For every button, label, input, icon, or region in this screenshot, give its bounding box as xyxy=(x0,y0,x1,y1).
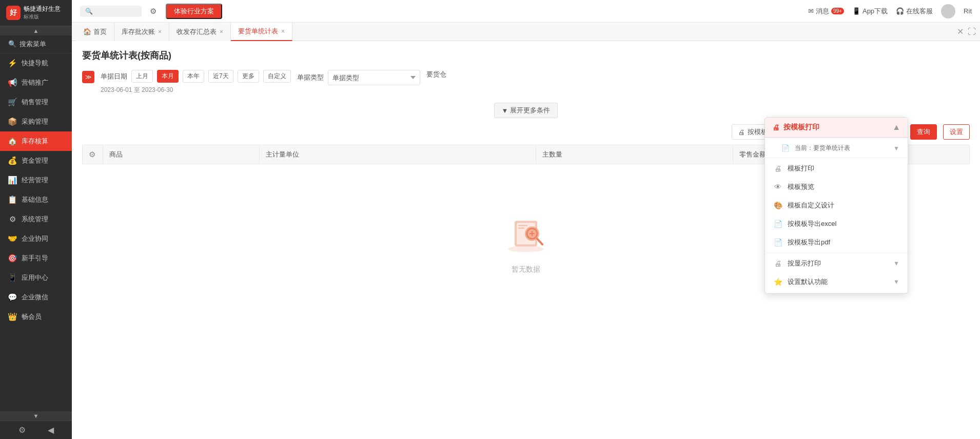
query-btn[interactable]: 查询 xyxy=(910,124,937,140)
sidebar-item-label: 资金管理 xyxy=(22,156,65,165)
display-print-label: 按显示打印 xyxy=(788,259,888,268)
sidebar-item-marketing[interactable]: 📢 营销推广 xyxy=(0,73,72,92)
sidebar-item-label: 销售管理 xyxy=(22,98,65,107)
print-menu-template-print[interactable]: 🖨 模板打印 xyxy=(765,159,908,178)
date-btn-more[interactable]: 更多 xyxy=(238,70,259,83)
current-template-item: 📄 当前：要货单统计表 ▼ xyxy=(765,140,908,157)
scroll-down-btn[interactable]: ▼ xyxy=(0,411,72,421)
filter-toggle-btn[interactable]: ≫ xyxy=(82,71,94,83)
sidebar-item-sales[interactable]: 🛒 销售管理 xyxy=(0,92,72,112)
sidebar-item-app-center[interactable]: 📱 应用中心 xyxy=(0,268,72,288)
print-menu-template-custom[interactable]: 🎨 模板自定义设计 xyxy=(765,196,908,215)
sidebar: 好 畅捷通好生意 标准版 ▲ 🔍 搜索菜单 ⚡ 快捷导航 📢 营销推广 🛒 销售… xyxy=(0,0,72,439)
expand-more-btn[interactable]: ▼ 展开更多条件 xyxy=(494,103,558,118)
template-preview-label: 模板预览 xyxy=(788,182,899,192)
collapse-icon[interactable]: ◀ xyxy=(48,425,54,435)
table-col-product: 商品 xyxy=(103,145,260,164)
table-col-product-label: 商品 xyxy=(109,150,123,158)
sidebar-item-enterprise-wechat[interactable]: 💬 企业微信 xyxy=(0,288,72,307)
operations-icon: 📊 xyxy=(7,176,17,185)
goods-filter-label: 要货仓 xyxy=(426,70,446,79)
topbar-gear-icon[interactable]: ⚙ xyxy=(150,7,156,16)
default-func-icon: ⭐ xyxy=(773,278,782,286)
sidebar-item-label: 畅会员 xyxy=(22,312,65,321)
date-btn-custom[interactable]: 自定义 xyxy=(263,70,291,83)
tab-batch-account[interactable]: 库存批次账 × xyxy=(114,23,169,41)
scroll-up-btn[interactable]: ▲ xyxy=(0,26,72,35)
tab-receipt-summary[interactable]: 收发存汇总表 × xyxy=(169,23,231,41)
menu-divider-1 xyxy=(765,158,908,158)
tab-order-stats-close[interactable]: × xyxy=(281,28,285,35)
sidebar-item-label: 快捷导航 xyxy=(22,59,65,68)
date-btn-last-month[interactable]: 上月 xyxy=(131,70,153,83)
search-menu-item[interactable]: 🔍 搜索菜单 xyxy=(0,35,72,53)
topbar-search[interactable]: 🔍 xyxy=(80,6,142,17)
member-icon: 👑 xyxy=(7,312,17,321)
print-menu-export-excel[interactable]: 📄 按模板导出excel xyxy=(765,215,908,233)
date-btn-7days[interactable]: 近7天 xyxy=(208,70,233,83)
app-download-btn[interactable]: 📱 App下载 xyxy=(852,7,888,16)
finance-icon: 💰 xyxy=(7,156,17,165)
print-menu-display-print[interactable]: 🖨 按显示打印 ▼ xyxy=(765,254,908,273)
sidebar-item-purchase[interactable]: 📦 采购管理 xyxy=(0,112,72,131)
message-badge: 99+ xyxy=(831,8,844,14)
svg-line-4 xyxy=(537,239,542,244)
close-all-tabs-icon[interactable]: ✕ xyxy=(957,27,964,36)
sidebar-item-member[interactable]: 👑 畅会员 xyxy=(0,307,72,327)
print-menu-export-pdf[interactable]: 📄 按模板导出pdf xyxy=(765,233,908,252)
table-col-retail-amount-label: 零售金额 xyxy=(739,150,766,158)
settings-label: 设置 xyxy=(950,127,963,137)
sidebar-item-operations[interactable]: 📊 经营管理 xyxy=(0,170,72,190)
date-btn-this-year[interactable]: 本年 xyxy=(183,70,204,83)
sidebar-item-label: 企业协同 xyxy=(22,234,65,243)
user-avatar[interactable] xyxy=(941,4,955,18)
sidebar-item-new-guide[interactable]: 🎯 新手引导 xyxy=(0,249,72,268)
online-service-btn[interactable]: 🎧 在线客服 xyxy=(896,7,933,16)
date-btn-this-month[interactable]: 本月 xyxy=(157,70,179,83)
online-service-label: 在线客服 xyxy=(906,7,933,16)
sidebar-item-inventory[interactable]: 🏠 库存核算 xyxy=(0,131,72,151)
home-icon: 🏠 xyxy=(83,28,91,35)
app-download-icon: 📱 xyxy=(852,7,860,15)
print-menu-default-func[interactable]: ⭐ 设置默认功能 ▼ xyxy=(765,273,908,291)
sidebar-item-base-info[interactable]: 📋 基础信息 xyxy=(0,190,72,209)
empty-state-icon xyxy=(500,205,552,257)
table-col-quantity: 主数量 xyxy=(536,145,733,164)
expand-more-label: 展开更多条件 xyxy=(510,106,550,115)
tab-receipt-summary-close[interactable]: × xyxy=(220,28,223,35)
tab-batch-account-close[interactable]: × xyxy=(158,28,162,35)
template-custom-label: 模板自定义设计 xyxy=(788,201,899,210)
current-template-label: 当前：要货单统计表 xyxy=(795,144,888,152)
print-dropdown-close-btn[interactable]: ▲ xyxy=(892,123,900,132)
sidebar-item-enterprise[interactable]: 🤝 企业协同 xyxy=(0,229,72,249)
type-filter-select[interactable]: 单据类型 xyxy=(328,70,420,85)
filter-bar: ≫ 单据日期 上月 本月 本年 近7天 更多 自定义 2023-06-01 至 … xyxy=(82,70,970,94)
expand-tab-icon[interactable]: ⛶ xyxy=(968,27,976,36)
app-tag: 标准版 xyxy=(24,13,61,21)
current-template-icon: 📄 xyxy=(781,144,790,152)
tab-home[interactable]: 🏠 首页 xyxy=(76,23,114,41)
sidebar-item-system[interactable]: ⚙ 系统管理 xyxy=(0,209,72,229)
table-settings-icon[interactable]: ⚙ xyxy=(89,150,95,159)
enterprise-wechat-icon: 💬 xyxy=(7,293,17,302)
settings-bottom-icon[interactable]: ⚙ xyxy=(18,425,26,435)
print-menu-template-preview[interactable]: 👁 模板预览 xyxy=(765,178,908,196)
print-dropdown-icon: 🖨 xyxy=(772,123,779,131)
template-preview-icon: 👁 xyxy=(773,183,782,191)
table-col-unit-label: 主计量单位 xyxy=(266,150,299,158)
main-area: 🔍 ⚙ 体验行业方案 ✉ 消息 99+ 📱 App下载 🎧 在线客服 Rit xyxy=(72,0,980,439)
sidebar-item-finance[interactable]: 💰 资金管理 xyxy=(0,151,72,170)
topbar-right: ✉ 消息 99+ 📱 App下载 🎧 在线客服 Rit xyxy=(808,4,972,18)
sidebar-item-quick-nav[interactable]: ⚡ 快捷导航 xyxy=(0,53,72,73)
message-btn[interactable]: ✉ 消息 99+ xyxy=(808,7,844,16)
tab-order-stats-label: 要货单统计表 xyxy=(238,27,278,36)
tab-order-stats[interactable]: 要货单统计表 × xyxy=(231,23,292,41)
display-print-arrow: ▼ xyxy=(893,260,899,267)
sidebar-bottom: ⚙ ◀ xyxy=(0,421,72,439)
marketing-icon: 📢 xyxy=(7,78,17,87)
logo-icon: 好 xyxy=(6,6,21,20)
settings-btn[interactable]: 设置 xyxy=(943,124,970,140)
username-label: Rit xyxy=(964,7,972,15)
sidebar-item-label: 采购管理 xyxy=(22,117,65,126)
trial-btn[interactable]: 体验行业方案 xyxy=(166,4,222,19)
